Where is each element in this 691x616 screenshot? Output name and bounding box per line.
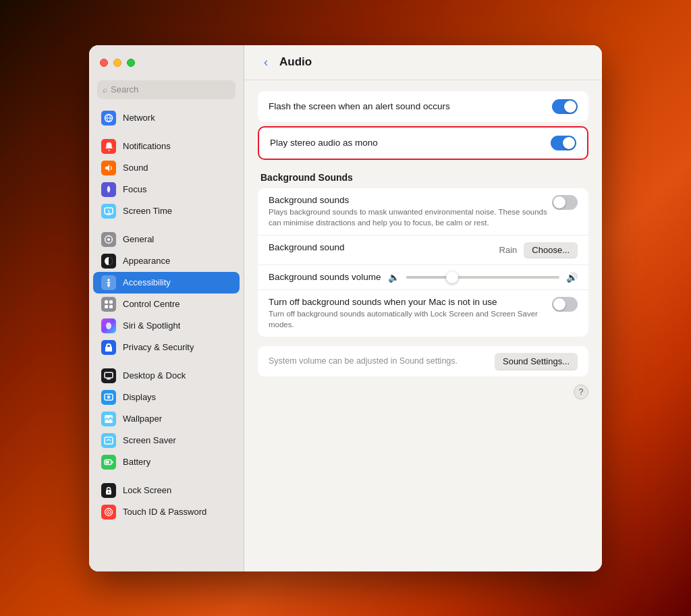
separator-3 xyxy=(89,358,244,365)
sidebar-item-controlcentre[interactable]: Control Centre xyxy=(93,293,240,315)
flash-screen-row: Flash the screen when an alert sound occ… xyxy=(258,91,588,122)
general-icon xyxy=(101,232,116,247)
separator-1 xyxy=(89,129,244,136)
bg-sounds-label: Background sounds xyxy=(269,195,552,205)
svg-rect-16 xyxy=(109,305,113,308)
svg-rect-24 xyxy=(106,461,109,464)
back-button[interactable]: ‹ xyxy=(258,54,274,70)
bg-sound-choice-label: Background sound xyxy=(269,242,499,252)
sidebar-item-displays[interactable]: Displays xyxy=(93,387,240,408)
sidebar-item-label-screensaver: Screen Saver xyxy=(123,435,176,445)
toggle-knob xyxy=(564,101,576,113)
system-note-text: System volume can be adjusted in Sound s… xyxy=(269,356,458,366)
choose-button[interactable]: Choose... xyxy=(524,242,578,258)
slider-fill xyxy=(406,276,452,279)
sidebar-item-label-siri: Siri & Spotlight xyxy=(123,320,180,331)
toggle-knob-2 xyxy=(563,137,575,149)
sidebar-item-wallpaper[interactable]: Wallpaper xyxy=(93,408,240,430)
system-preferences-window: ⌕ Search Network xyxy=(89,45,602,571)
sidebar-item-siri[interactable]: Siri & Spotlight xyxy=(93,315,240,337)
sidebar: ⌕ Search Network xyxy=(89,45,244,571)
sidebar-item-label-desktop: Desktop & Dock xyxy=(123,370,186,381)
sound-settings-button[interactable]: Sound Settings... xyxy=(495,353,578,370)
close-button[interactable] xyxy=(100,59,108,67)
background-sounds-header: Background Sounds xyxy=(258,164,588,186)
sidebar-item-appearance[interactable]: Appearance xyxy=(93,250,240,272)
flash-screen-label: Flash the screen when an alert sound occ… xyxy=(269,101,450,111)
sidebar-item-battery[interactable]: Battery xyxy=(93,451,240,473)
play-stereo-mono-toggle[interactable] xyxy=(551,136,576,150)
minimize-button[interactable] xyxy=(113,59,121,67)
bg-sound-choice-content: Background sound xyxy=(269,242,499,252)
sidebar-item-screentime[interactable]: Screen Time xyxy=(93,200,240,222)
volume-slider-row: Background sounds volume 🔈 🔊 xyxy=(258,265,588,290)
volume-low-icon: 🔈 xyxy=(388,272,399,283)
sidebar-item-lockscreen[interactable]: Lock Screen xyxy=(93,480,240,501)
toggle-knob-4 xyxy=(553,298,565,310)
sidebar-item-label-focus: Focus xyxy=(123,184,146,194)
svg-rect-15 xyxy=(105,305,108,308)
sidebar-item-desktop[interactable]: Desktop & Dock xyxy=(93,365,240,387)
bg-sound-choice-row: Background sound Rain Choose... xyxy=(258,235,588,265)
bg-sounds-desc: Plays background sounds to mask unwanted… xyxy=(269,206,552,228)
turn-off-bg-toggle[interactable] xyxy=(552,297,578,312)
sidebar-item-sound[interactable]: Sound xyxy=(93,157,240,179)
wallpaper-icon xyxy=(101,412,116,426)
lockscreen-icon xyxy=(101,483,116,498)
sidebar-item-accessibility[interactable]: Accessibility xyxy=(93,272,240,293)
svg-rect-25 xyxy=(112,461,113,463)
sidebar-list: Network Notifications xyxy=(89,105,244,571)
turn-off-bg-content: Turn off background sounds when your Mac… xyxy=(269,297,552,330)
turn-off-bg-row: Turn off background sounds when your Mac… xyxy=(258,290,588,337)
sidebar-item-touchid[interactable]: Touch ID & Password xyxy=(93,501,240,523)
toggle-knob-3 xyxy=(553,196,565,208)
sidebar-item-label-lockscreen: Lock Screen xyxy=(123,485,171,495)
svg-point-12 xyxy=(107,279,110,281)
content-header: ‹ Audio xyxy=(244,45,602,80)
privacy-icon xyxy=(101,340,116,355)
sidebar-item-network[interactable]: Network xyxy=(93,107,240,129)
sidebar-item-privacy[interactable]: Privacy & Security xyxy=(93,337,240,358)
svg-marker-2 xyxy=(105,165,109,171)
sidebar-item-label-privacy: Privacy & Security xyxy=(123,342,194,352)
battery-icon xyxy=(101,455,116,470)
sidebar-item-label-notifications: Notifications xyxy=(123,141,171,151)
turn-off-bg-label: Turn off background sounds when your Mac… xyxy=(269,297,552,307)
sidebar-item-label-touchid: Touch ID & Password xyxy=(123,507,206,517)
bg-sound-choice-right: Rain Choose... xyxy=(499,242,578,258)
search-placeholder: Search xyxy=(111,84,138,94)
search-icon: ⌕ xyxy=(103,85,107,94)
help-button[interactable]: ? xyxy=(574,385,588,399)
accessibility-icon xyxy=(101,275,116,290)
volume-label: Background sounds volume xyxy=(269,272,381,282)
flash-screen-toggle[interactable] xyxy=(552,99,578,114)
svg-rect-27 xyxy=(108,491,109,493)
touchid-icon xyxy=(101,505,116,520)
slider-thumb[interactable] xyxy=(446,271,458,283)
titlebar xyxy=(89,45,244,80)
svg-rect-14 xyxy=(109,300,113,304)
separator-2 xyxy=(89,222,244,229)
system-note-row: System volume can be adjusted in Sound s… xyxy=(258,346,588,376)
notifications-icon xyxy=(101,139,116,154)
content-body: Flash the screen when an alert sound occ… xyxy=(244,80,602,571)
screensaver-icon xyxy=(101,433,116,448)
search-bar[interactable]: ⌕ Search xyxy=(97,80,236,99)
maximize-button[interactable] xyxy=(127,59,135,67)
svg-rect-13 xyxy=(105,300,108,304)
sidebar-item-label-appearance: Appearance xyxy=(123,256,170,266)
displays-icon xyxy=(101,390,116,405)
background-sounds-container: Background sounds Plays background sound… xyxy=(258,188,588,337)
sidebar-item-general[interactable]: General xyxy=(93,229,240,250)
sidebar-item-label-controlcentre: Control Centre xyxy=(123,299,180,309)
sidebar-item-label-screentime: Screen Time xyxy=(123,206,172,216)
sidebar-item-focus[interactable]: Focus xyxy=(93,179,240,200)
focus-icon xyxy=(101,182,116,197)
svg-rect-22 xyxy=(105,437,113,444)
volume-slider-track[interactable] xyxy=(406,276,559,279)
siri-icon xyxy=(101,318,116,333)
sidebar-item-notifications[interactable]: Notifications xyxy=(93,136,240,157)
sidebar-item-screensaver[interactable]: Screen Saver xyxy=(93,430,240,451)
network-icon xyxy=(101,111,116,125)
bg-sounds-toggle[interactable] xyxy=(552,195,578,210)
